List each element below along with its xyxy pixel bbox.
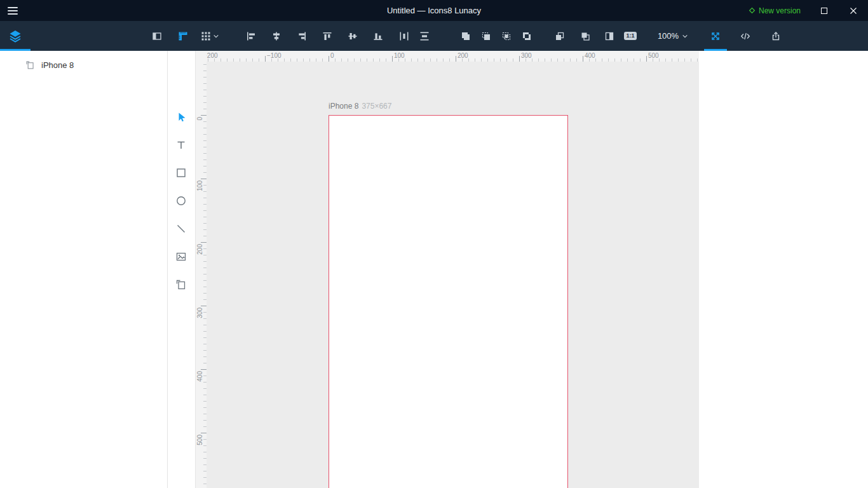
bring-forward-button[interactable] xyxy=(550,26,570,46)
v-ruler-label: 200 xyxy=(196,244,203,255)
toggle-panels-button[interactable] xyxy=(147,26,167,46)
align-right-button[interactable] xyxy=(292,26,312,46)
bring-forward-icon xyxy=(555,31,565,41)
export-icon xyxy=(771,31,781,41)
artboard-icon xyxy=(25,60,35,70)
maximize-icon xyxy=(821,8,827,14)
artboard-tool[interactable] xyxy=(172,276,190,294)
align-top-icon xyxy=(322,31,332,41)
h-ruler-label: −100 xyxy=(267,52,281,59)
v-ruler-label: 500 xyxy=(196,435,203,445)
app-window: Untitled — Icons8 Lunacy New version xyxy=(0,0,868,488)
sidebar-icon xyxy=(152,31,162,41)
distribute-vertical-icon xyxy=(419,31,430,41)
align-center-horizontal-icon xyxy=(271,31,281,41)
h-ruler-label: 0 xyxy=(330,52,334,59)
ellipse-tool[interactable] xyxy=(172,192,190,210)
rectangle-icon xyxy=(175,167,187,179)
line-tool[interactable] xyxy=(172,220,190,238)
code-icon xyxy=(740,31,750,41)
artboard-size: 375×667 xyxy=(362,102,391,111)
layer-item-artboard[interactable]: iPhone 8 xyxy=(0,56,167,74)
tools-panel xyxy=(168,51,196,488)
pixel-preview-icon: 1:1 xyxy=(624,32,636,40)
mask-icon xyxy=(604,31,614,41)
text-tool-icon xyxy=(175,139,187,151)
artboard[interactable] xyxy=(329,115,568,488)
intersect-button[interactable] xyxy=(496,26,517,46)
h-ruler-label: 200 xyxy=(458,52,468,59)
artboard-title[interactable]: iPhone 8375×667 xyxy=(329,102,391,111)
h-ruler-label: 400 xyxy=(585,52,595,59)
mask-button[interactable] xyxy=(599,26,620,46)
grid-icon xyxy=(201,31,211,41)
distribute-horizontal-icon xyxy=(399,31,409,41)
grid-settings-button[interactable] xyxy=(194,26,225,46)
distribute-horizontally-button[interactable] xyxy=(394,26,414,46)
h-ruler-label: 500 xyxy=(648,52,659,59)
close-button[interactable] xyxy=(839,0,868,21)
line-icon xyxy=(175,223,187,234)
ruler-corner xyxy=(196,51,207,62)
horizontal-ruler[interactable]: −200−1000100200300400500 xyxy=(196,51,699,62)
titlebar: Untitled — Icons8 Lunacy New version xyxy=(0,0,868,21)
v-ruler-label: 300 xyxy=(196,308,203,318)
artboard-icon xyxy=(175,279,187,290)
union-button[interactable] xyxy=(456,26,476,46)
new-version-link[interactable]: New version xyxy=(749,6,801,15)
layers-panel-tab[interactable] xyxy=(0,21,31,51)
new-version-label: New version xyxy=(759,6,801,15)
align-left-icon xyxy=(246,31,256,41)
artboard-name: iPhone 8 xyxy=(329,102,358,111)
image-icon xyxy=(175,251,187,262)
toolbar: 1:1 100% xyxy=(0,21,868,51)
align-left-button[interactable] xyxy=(241,26,261,46)
rectangle-tool[interactable] xyxy=(172,164,190,182)
v-ruler-label: 100 xyxy=(196,180,203,191)
maximize-button[interactable] xyxy=(810,0,839,21)
image-tool[interactable] xyxy=(172,248,190,266)
difference-button[interactable] xyxy=(517,26,537,46)
ellipse-icon xyxy=(175,195,187,207)
code-view-button[interactable] xyxy=(735,26,756,46)
v-ruler-label: 0 xyxy=(196,117,203,121)
new-version-icon xyxy=(749,7,756,14)
send-backward-button[interactable] xyxy=(575,26,595,46)
subtract-icon xyxy=(481,31,491,41)
vertical-ruler[interactable]: 0100200300400500 xyxy=(196,51,207,488)
align-right-icon xyxy=(297,31,307,41)
union-icon xyxy=(461,31,471,41)
close-icon xyxy=(850,8,857,14)
layer-item-label: iPhone 8 xyxy=(41,60,74,70)
align-bottom-icon xyxy=(373,31,383,41)
intersect-icon xyxy=(501,31,512,41)
select-tool[interactable] xyxy=(172,108,190,126)
pixel-preview-button[interactable]: 1:1 xyxy=(620,26,641,46)
subtract-button[interactable] xyxy=(476,26,496,46)
text-tool[interactable] xyxy=(172,136,190,154)
v-ruler-label: 400 xyxy=(196,371,203,382)
ruler-icon xyxy=(178,31,188,41)
fit-to-screen-tab[interactable] xyxy=(704,21,727,51)
align-bottom-button[interactable] xyxy=(368,26,388,46)
zoom-value: 100% xyxy=(658,31,679,41)
inspector-panel xyxy=(699,51,868,488)
main-menu-button[interactable] xyxy=(0,0,25,21)
align-center-horizontal-button[interactable] xyxy=(266,26,287,46)
expand-arrows-icon xyxy=(710,31,721,41)
difference-icon xyxy=(522,31,532,41)
zoom-select[interactable]: 100% xyxy=(653,26,693,46)
distribute-vertically-button[interactable] xyxy=(414,26,435,46)
align-middle-vertical-button[interactable] xyxy=(342,26,363,46)
canvas[interactable]: iPhone 8375×667 −200−1000100200300400500… xyxy=(196,51,699,488)
rulers-toggle-button[interactable] xyxy=(173,26,193,46)
hamburger-icon xyxy=(8,7,18,8)
window-title: Untitled — Icons8 Lunacy xyxy=(0,6,868,15)
layers-panel: iPhone 8 xyxy=(0,51,168,488)
send-backward-icon xyxy=(580,31,590,41)
layers-icon xyxy=(8,29,23,44)
align-top-button[interactable] xyxy=(317,26,337,46)
export-button[interactable] xyxy=(766,26,786,46)
h-ruler-label: 300 xyxy=(521,52,532,59)
align-middle-vertical-icon xyxy=(348,31,358,41)
